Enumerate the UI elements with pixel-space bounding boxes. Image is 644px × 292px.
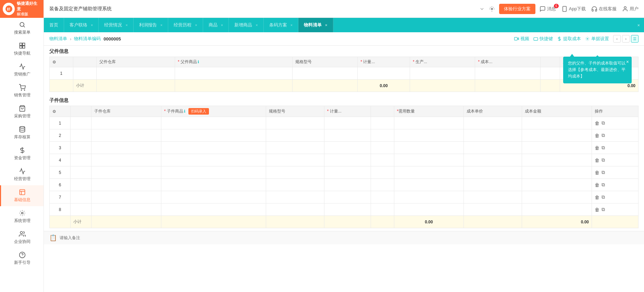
tab-profit[interactable]: 利润报告 × [134, 18, 168, 32]
nav-next-btn[interactable]: › [622, 35, 630, 43]
child-r6-copy[interactable]: ⧉ [602, 182, 605, 188]
child-r1-unit[interactable] [324, 117, 371, 129]
tab-history-close[interactable]: × [195, 23, 197, 27]
sidebar-item-marketing[interactable]: 营销推广 [0, 60, 44, 81]
child-r1-qty[interactable] [394, 117, 464, 129]
tab-customer[interactable]: 客户联络 × [64, 18, 99, 32]
sidebar-item-operations[interactable]: 经营管理 [0, 164, 44, 185]
parent-row-1-warehouse[interactable] [97, 67, 175, 80]
child-r1-copy[interactable]: ⧉ [602, 120, 605, 126]
tab-profit-close[interactable]: × [160, 23, 162, 27]
tab-bom-close[interactable]: × [325, 23, 327, 27]
tab-new-goods-close[interactable]: × [256, 23, 258, 27]
nav-buttons: ‹ › ☰ [613, 35, 639, 43]
message-button[interactable]: 消息 6 [540, 6, 556, 12]
child-r4-delete[interactable]: 🗑 [595, 157, 599, 163]
keyboard-icon [533, 36, 538, 41]
settings-btn[interactable]: 单据设置 [585, 36, 609, 42]
tab-barcode[interactable]: 条码方案 × [264, 18, 298, 32]
child-r1-product[interactable] [161, 117, 266, 129]
child-r1-spec[interactable] [266, 117, 324, 129]
parent-row-1-unit[interactable] [358, 67, 410, 80]
parent-row-1-spec[interactable] [292, 67, 358, 80]
tab-barcode-close[interactable]: × [290, 23, 293, 27]
sidebar-item-inventory[interactable]: 库存核算 [0, 122, 44, 143]
message-icon [540, 6, 546, 12]
child-r4-copy[interactable]: ⧉ [602, 157, 605, 163]
settings-icon[interactable] [489, 6, 495, 12]
sidebar-item-system[interactable]: 系统管理 [0, 206, 44, 227]
trial-button[interactable]: 体验行业方案 [499, 4, 535, 14]
child-col-warehouse: 子件仓库 [91, 106, 161, 117]
tab-goods-close[interactable]: × [221, 23, 223, 27]
child-r1-warehouse[interactable] [91, 117, 161, 129]
child-r3-delete[interactable]: 🗑 [595, 145, 599, 151]
child-r8-delete[interactable]: 🗑 [595, 207, 599, 212]
parent-subtotal-label-cell [50, 80, 73, 92]
tab-goods[interactable]: 商品 × [203, 18, 229, 32]
sidebar-item-purchase[interactable]: 采购管理 [0, 102, 44, 122]
child-r1-unit-cost[interactable] [464, 117, 522, 129]
child-col-product: * 子件商品ℹ 扫码录入 [161, 106, 266, 117]
child-col-num [71, 106, 91, 117]
child-r7-copy[interactable]: ⧉ [602, 194, 605, 200]
child-r2-delete[interactable]: 🗑 [595, 133, 599, 138]
sidebar-item-enterprise[interactable]: 企业协同 [0, 227, 44, 248]
cost-btn[interactable]: 提取成本 [557, 36, 581, 42]
parent-col-num [73, 57, 97, 67]
child-r7-delete[interactable]: 🗑 [595, 195, 599, 200]
sidebar-item-sales[interactable]: 销售管理 [0, 81, 44, 102]
parent-col-gear[interactable]: ⚙ [50, 57, 73, 67]
parent-row-1-cost[interactable] [475, 67, 541, 80]
video-icon [514, 36, 519, 41]
child-r8-copy[interactable]: ⧉ [602, 207, 605, 212]
parent-col-product: * 父件商品ℹ [175, 57, 292, 67]
tab-history[interactable]: 经营历程 × [168, 18, 203, 32]
parent-row-1-production[interactable] [410, 67, 475, 80]
view-toggle-btn[interactable]: ☰ [631, 35, 639, 43]
parent-row-1-num2 [73, 67, 97, 80]
child-r6-delete[interactable]: 🗑 [595, 182, 599, 188]
tooltip-arrow [570, 54, 574, 57]
svg-point-23 [624, 7, 626, 9]
sidebar-item-basic-info[interactable]: 基础信息 [0, 185, 44, 206]
svg-rect-6 [20, 46, 22, 48]
tabs-close-all[interactable]: × [633, 23, 644, 28]
nav-prev-btn[interactable]: ‹ [613, 35, 621, 43]
download-icon [561, 6, 568, 12]
breadcrumb-page[interactable]: 物料清单 [49, 36, 67, 42]
sidebar-item-quick-nav[interactable]: 快捷导航 [0, 39, 44, 60]
parent-subtotal-c4 [410, 80, 475, 92]
child-r5-delete[interactable]: 🗑 [595, 170, 599, 175]
scan-button[interactable]: 扫码录入 [188, 108, 209, 115]
tab-new-goods[interactable]: 新增商品 × [229, 18, 263, 32]
dropdown-icon[interactable] [479, 6, 485, 12]
tab-business-close[interactable]: × [125, 23, 127, 27]
child-r2-copy[interactable]: ⧉ [602, 132, 605, 138]
app-download-button[interactable]: App下载 [561, 6, 586, 12]
child-r1-delete[interactable]: 🗑 [595, 120, 599, 126]
child-col-gear[interactable]: ⚙ [50, 106, 71, 117]
child-col-unit-cost: 成本单价 [464, 106, 522, 117]
tab-bom[interactable]: 物料清单 × [298, 18, 333, 32]
child-r5-actions: 🗑 ⧉ [595, 170, 635, 175]
shortcut-btn[interactable]: 快捷键 [533, 36, 553, 42]
sidebar-item-finance[interactable]: 资金管理 [0, 143, 44, 164]
tab-home[interactable]: 首页 [44, 18, 64, 32]
svg-rect-26 [534, 38, 538, 40]
svg-rect-25 [515, 37, 518, 40]
view-btn[interactable]: 视频 [514, 36, 529, 42]
child-r3-copy[interactable]: ⧉ [602, 145, 605, 151]
online-service-button[interactable]: 在线客服 [591, 6, 617, 12]
parent-row-1-product[interactable] [175, 67, 292, 80]
child-r5-copy[interactable]: ⧉ [602, 170, 605, 175]
notes-placeholder[interactable]: 请输入备注 [60, 235, 80, 241]
tab-customer-close[interactable]: × [91, 23, 93, 27]
sidebar-item-guide[interactable]: 新手引导 [0, 248, 44, 269]
tooltip-close-btn[interactable]: × [626, 58, 629, 66]
parent-section-title: 父件信息 [49, 48, 639, 55]
user-button[interactable]: 用户 [622, 6, 639, 12]
tab-business[interactable]: 经营情况 × [99, 18, 133, 32]
svg-rect-4 [20, 43, 22, 46]
sidebar-item-search[interactable]: 搜索菜单 [0, 18, 44, 39]
